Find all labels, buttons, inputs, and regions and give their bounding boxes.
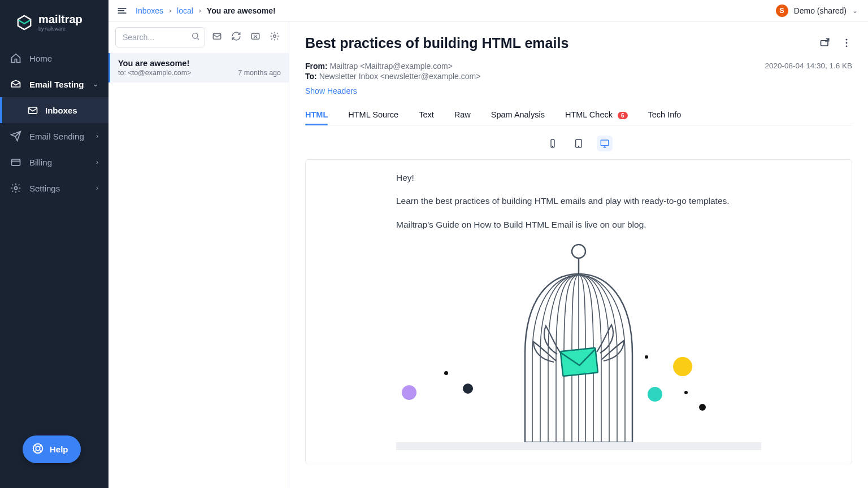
home-icon xyxy=(10,53,21,64)
chevron-down-icon: ⌄ xyxy=(93,80,98,88)
logo[interactable]: mailtrap by railsware xyxy=(0,0,108,45)
to-label: To: xyxy=(305,72,317,81)
nav-home-label: Home xyxy=(29,54,52,63)
svg-point-2 xyxy=(15,187,18,190)
card-icon xyxy=(10,156,21,168)
list-toolbar xyxy=(108,21,289,53)
nav-home[interactable]: Home xyxy=(0,45,108,71)
email-p1: Hey! xyxy=(396,171,761,184)
show-headers-link[interactable]: Show Headers xyxy=(305,86,357,95)
logo-mark-icon xyxy=(16,14,33,31)
tab-html[interactable]: HTML xyxy=(305,106,328,125)
breadcrumb-current: You are awesome! xyxy=(207,6,276,15)
email-illustration xyxy=(396,241,761,450)
decor-ball xyxy=(645,355,648,359)
decor-ball xyxy=(444,371,448,375)
more-icon[interactable] xyxy=(841,37,852,51)
chevron-right-icon: › xyxy=(199,7,201,15)
svg-point-4 xyxy=(36,446,40,450)
message-title: You are awesome! xyxy=(118,59,281,68)
viewport-switcher xyxy=(305,136,852,151)
tab-text[interactable]: Text xyxy=(419,106,434,125)
tab-tech[interactable]: Tech Info xyxy=(648,106,682,125)
content: You are awesome! to: <to@example.com> 7 … xyxy=(108,21,868,488)
nav-billing-label: Billing xyxy=(29,158,52,167)
tab-raw[interactable]: Raw xyxy=(454,106,471,125)
lifebuoy-icon xyxy=(32,442,44,456)
chevron-right-icon: › xyxy=(96,184,98,192)
tabs: HTML HTML Source Text Raw Spam Analysis … xyxy=(305,106,852,125)
email-p2: Learn the best practices of building HTM… xyxy=(396,194,761,207)
illustration-shadow xyxy=(396,442,761,450)
breadcrumb-inboxes[interactable]: Inboxes xyxy=(136,6,163,15)
viewport-tablet-button[interactable] xyxy=(571,136,587,151)
decor-ball xyxy=(463,384,473,394)
to-value: Newsletter Inbox <newsletter@example.com… xyxy=(319,72,481,81)
svg-point-18 xyxy=(572,245,585,258)
chevron-right-icon: › xyxy=(169,7,171,15)
send-icon xyxy=(10,130,21,142)
message-detail: Best practices of building HTML emails F… xyxy=(289,21,868,488)
chevron-down-icon: ⌄ xyxy=(852,7,858,15)
message-subject: Best practices of building HTML emails xyxy=(305,35,813,51)
nav-inboxes[interactable]: Inboxes xyxy=(0,97,108,123)
help-label: Help xyxy=(50,445,68,454)
avatar: S xyxy=(776,5,788,17)
svg-point-14 xyxy=(552,146,553,147)
nav-settings-label: Settings xyxy=(29,184,60,193)
svg-point-12 xyxy=(846,45,848,47)
nav-email-sending[interactable]: Email Sending › xyxy=(0,123,108,149)
tab-html-source[interactable]: HTML Source xyxy=(348,106,398,125)
help-button[interactable]: Help xyxy=(23,435,81,463)
search-icon[interactable] xyxy=(191,32,200,43)
decor-ball xyxy=(699,404,706,411)
refresh-icon[interactable] xyxy=(229,29,244,46)
account-name: Demo (shared) xyxy=(794,6,847,15)
timestamp-size: 2020-08-04 14:30, 1.6 KB xyxy=(765,62,852,95)
tab-spam[interactable]: Spam Analysis xyxy=(491,106,545,125)
logo-byline: by railsware xyxy=(38,26,83,32)
nav-billing[interactable]: Billing › xyxy=(0,149,108,175)
breadcrumb: Inboxes › local › You are awesome! xyxy=(136,6,276,15)
message-list-pane: You are awesome! to: <to@example.com> 7 … xyxy=(108,21,289,488)
svg-point-11 xyxy=(846,42,848,44)
sidebar: mailtrap by railsware Home Email Testing… xyxy=(0,0,108,488)
logo-text: mailtrap xyxy=(38,14,83,25)
email-preview: Hey! Learn the best practices of buildin… xyxy=(305,159,852,464)
nav-email-sending-label: Email Sending xyxy=(29,132,84,141)
decor-ball xyxy=(402,385,416,400)
breadcrumb-inbox[interactable]: local xyxy=(177,6,193,15)
chevron-right-icon: › xyxy=(96,158,98,166)
nav-settings[interactable]: Settings › xyxy=(0,175,108,201)
nav-email-testing-label: Email Testing xyxy=(29,80,84,89)
svg-rect-6 xyxy=(213,34,221,40)
settings-icon[interactable] xyxy=(267,29,282,46)
share-icon[interactable] xyxy=(819,37,831,51)
main: Inboxes › local › You are awesome! S Dem… xyxy=(108,0,868,488)
message-age: 7 months ago xyxy=(238,69,281,77)
decor-ball xyxy=(648,387,662,402)
svg-rect-0 xyxy=(29,107,37,114)
svg-rect-17 xyxy=(601,140,609,146)
message-item[interactable]: You are awesome! to: <to@example.com> 7 … xyxy=(108,53,289,82)
flask-icon xyxy=(10,79,21,90)
message-to: to: <to@example.com> xyxy=(118,69,191,77)
nav-inboxes-label: Inboxes xyxy=(45,106,77,115)
svg-point-8 xyxy=(274,35,276,38)
tab-html-check[interactable]: HTML Check 6 xyxy=(565,106,628,125)
mark-read-icon[interactable] xyxy=(210,29,224,46)
from-value: Mailtrap <Mailtrap@example.com> xyxy=(330,62,453,71)
nav-email-testing[interactable]: Email Testing ⌄ xyxy=(0,71,108,97)
account-switcher[interactable]: S Demo (shared) ⌄ xyxy=(776,5,858,17)
search-wrapper xyxy=(115,27,205,47)
viewport-mobile-button[interactable] xyxy=(545,136,561,151)
svg-point-5 xyxy=(193,33,198,38)
viewport-desktop-button[interactable] xyxy=(597,136,613,151)
svg-point-10 xyxy=(846,39,848,41)
chevron-right-icon: › xyxy=(96,132,98,140)
menu-toggle-button[interactable] xyxy=(114,3,130,19)
decor-ball xyxy=(673,357,692,376)
delete-all-icon[interactable] xyxy=(248,29,263,46)
birdcage-icon xyxy=(517,241,641,445)
from-label: From: xyxy=(305,62,328,71)
